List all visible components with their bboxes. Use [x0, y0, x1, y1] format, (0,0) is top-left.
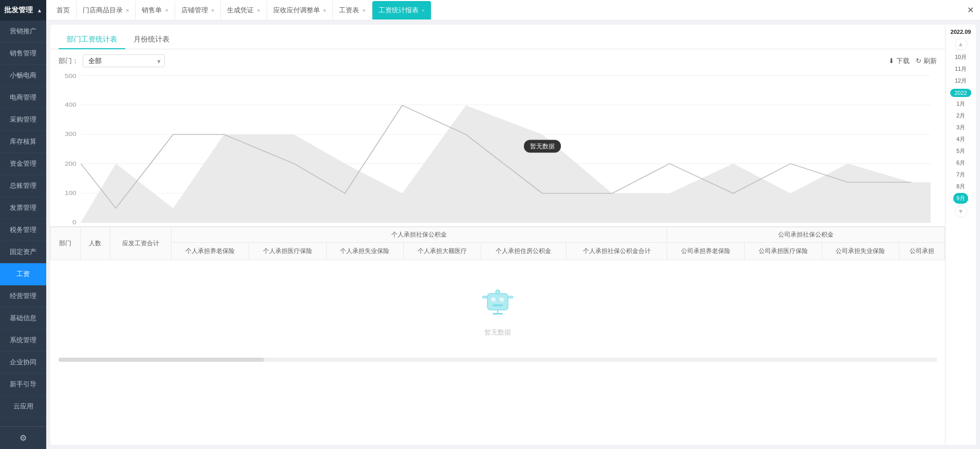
th-personal-group: 个人承担社保公积金 — [172, 227, 667, 243]
sub-tab-月份统计表[interactable]: 月份统计表 — [125, 31, 178, 49]
timeline-month-6[interactable]: 6月 — [953, 158, 968, 168]
timeline-month-10[interactable]: 10月 — [952, 52, 970, 63]
sidebar-bottom: ⚙ — [0, 426, 46, 449]
sidebar-item-固定资产[interactable]: 固定资产 — [0, 241, 46, 263]
svg-text:300: 300 — [65, 130, 77, 138]
table-empty-row: 暂无数据 — [51, 260, 945, 358]
th-company-pension: 公司承担养老保险 — [667, 243, 745, 260]
th-personal-medical: 个人承担医疗保险 — [249, 243, 326, 260]
th-personal-unemploy: 个人承担失业保险 — [326, 243, 404, 260]
chart-container: 500 400 300 200 100 0 — [50, 72, 945, 226]
sidebar-item-营销推广[interactable]: 营销推广 — [0, 21, 46, 43]
timeline-month-4[interactable]: 4月 — [953, 134, 968, 145]
tab-工资统计报表[interactable]: 工资统计报表× — [372, 1, 431, 19]
download-icon: ⬇ — [889, 57, 894, 65]
tabs-close-button[interactable]: ✕ — [965, 3, 976, 17]
sidebar-item-资金管理[interactable]: 资金管理 — [0, 153, 46, 175]
dept-select[interactable]: 全部 — [83, 54, 165, 67]
sidebar-item-发票管理[interactable]: 发票管理 — [0, 197, 46, 219]
sidebar-item-企业协同[interactable]: 企业协同 — [0, 352, 46, 374]
timeline-month-11[interactable]: 11月 — [952, 64, 970, 74]
tab-close-应收应付调整单[interactable]: × — [323, 7, 326, 13]
download-button[interactable]: ⬇ 下载 — [889, 56, 910, 66]
gear-icon[interactable]: ⚙ — [20, 433, 27, 443]
timeline-month-9[interactable]: 9月 — [953, 193, 968, 204]
timeline-month-2[interactable]: 2月 — [953, 110, 968, 121]
empty-state: 暂无数据 — [51, 260, 945, 358]
timeline-month-3[interactable]: 3月 — [953, 122, 968, 133]
sidebar-item-基础信息[interactable]: 基础信息 — [0, 307, 46, 329]
timeline-month-12[interactable]: 12月 — [952, 75, 970, 86]
empty-text: 暂无数据 — [484, 328, 511, 337]
dept-label: 部门： — [59, 56, 79, 66]
sidebar-item-工资[interactable]: 工资 — [0, 263, 46, 285]
sidebar-item-销售管理[interactable]: 销售管理 — [0, 43, 46, 65]
sidebar-item-采购管理[interactable]: 采购管理 — [0, 109, 46, 131]
svg-rect-16 — [493, 304, 503, 306]
tabs-container: 首页门店商品目录×销售单×店铺管理×生成凭证×应收应付调整单×工资表×工资统计报… — [50, 1, 965, 19]
sub-tabs: 部门工资统计表月份统计表 — [50, 25, 945, 49]
th-personal-housing: 个人承担住房公积金 — [481, 243, 566, 260]
timeline-month-7[interactable]: 7月 — [953, 169, 968, 180]
tab-销售单[interactable]: 销售单× — [136, 1, 175, 19]
th-company-unemploy: 公司承担失业保险 — [822, 243, 899, 260]
sidebar-title: 批发管理 — [4, 6, 33, 15]
sidebar-header[interactable]: 批发管理 ▲ — [0, 0, 46, 21]
tab-首页[interactable]: 首页 — [50, 1, 77, 19]
timeline-panel: 2022.09 ▲ 10月 11月 12月 2022 1月 2月 3月 4月 5… — [945, 25, 976, 445]
refresh-button[interactable]: ↻ 刷新 — [916, 56, 937, 66]
svg-rect-21 — [508, 296, 513, 298]
timeline-current-label: 2022.09 — [951, 29, 971, 35]
timeline-section-before-2022: 10月 11月 12月 — [946, 51, 976, 87]
sidebar-item-云应用[interactable]: 云应用 — [0, 396, 46, 418]
svg-rect-20 — [482, 296, 487, 298]
th-personal-bigmedical: 个人承担大额医疗 — [404, 243, 481, 260]
tabs-bar-right: ✕ — [965, 3, 976, 17]
tab-生成凭证[interactable]: 生成凭证× — [221, 1, 267, 19]
svg-text:500: 500 — [65, 72, 77, 79]
sidebar-item-库存核算[interactable]: 库存核算 — [0, 131, 46, 153]
sidebar-item-系统管理[interactable]: 系统管理 — [0, 329, 46, 352]
table-wrapper[interactable]: 部门 人数 应发工资合计 个人承担社保公积金 公司承担社保公积金 个人承担养老保… — [50, 226, 945, 445]
page-inner: 部门工资统计表月份统计表 部门： 全部 ⬇ 下载 — [50, 25, 945, 445]
sidebar-item-税务管理[interactable]: 税务管理 — [0, 219, 46, 241]
table-scrollbar[interactable] — [59, 358, 937, 362]
tab-店铺管理[interactable]: 店铺管理× — [175, 1, 221, 19]
tab-close-门店商品目录[interactable]: × — [126, 7, 129, 13]
timeline-month-1[interactable]: 1月 — [953, 99, 968, 109]
svg-text:0: 0 — [72, 219, 77, 226]
svg-text:400: 400 — [65, 101, 77, 108]
chart-svg: 500 400 300 200 100 0 — [59, 72, 937, 226]
timeline-up-button[interactable]: ▲ — [955, 38, 967, 50]
sidebar-item-经营管理[interactable]: 经营管理 — [0, 285, 46, 307]
svg-point-23 — [500, 298, 502, 300]
svg-rect-17 — [496, 290, 500, 294]
tab-close-工资表[interactable]: × — [362, 7, 365, 13]
refresh-icon: ↻ — [916, 57, 921, 65]
timeline-down-button[interactable]: ▼ — [955, 205, 967, 218]
tab-close-店铺管理[interactable]: × — [211, 7, 214, 13]
sidebar-item-小畅电商[interactable]: 小畅电商 — [0, 65, 46, 87]
th-personal-total: 个人承担社保公积金合计 — [566, 243, 667, 260]
sub-tab-部门工资统计表[interactable]: 部门工资统计表 — [59, 31, 125, 49]
sidebar-items: 营销推广销售管理小畅电商电商管理采购管理库存核算资金管理总账管理发票管理税务管理… — [0, 21, 46, 418]
tab-close-销售单[interactable]: × — [165, 7, 168, 13]
sidebar: 批发管理 ▲ 营销推广销售管理小畅电商电商管理采购管理库存核算资金管理总账管理发… — [0, 0, 46, 449]
sidebar-item-总账管理[interactable]: 总账管理 — [0, 175, 46, 197]
table-body: 暂无数据 — [51, 260, 945, 358]
table-header-group-row: 部门 人数 应发工资合计 个人承担社保公积金 公司承担社保公积金 — [51, 227, 945, 243]
svg-rect-19 — [493, 313, 503, 315]
tab-close-工资统计报表[interactable]: × — [422, 7, 425, 13]
sidebar-item-新手引导[interactable]: 新手引导 — [0, 374, 46, 396]
timeline-month-8[interactable]: 8月 — [953, 181, 968, 192]
tab-工资表[interactable]: 工资表× — [333, 1, 372, 19]
sidebar-item-电商管理[interactable]: 电商管理 — [0, 87, 46, 109]
tab-门店商品目录[interactable]: 门店商品目录× — [77, 1, 136, 19]
timeline-month-5[interactable]: 5月 — [953, 146, 968, 157]
tab-应收应付调整单[interactable]: 应收应付调整单× — [267, 1, 333, 19]
data-table: 部门 人数 应发工资合计 个人承担社保公积金 公司承担社保公积金 个人承担养老保… — [50, 227, 945, 358]
timeline-year-2022[interactable]: 2022 — [950, 89, 971, 97]
tab-close-生成凭证[interactable]: × — [257, 7, 260, 13]
table-scrollbar-thumb — [59, 358, 264, 362]
th-personal-pension: 个人承担养老保险 — [172, 243, 249, 260]
